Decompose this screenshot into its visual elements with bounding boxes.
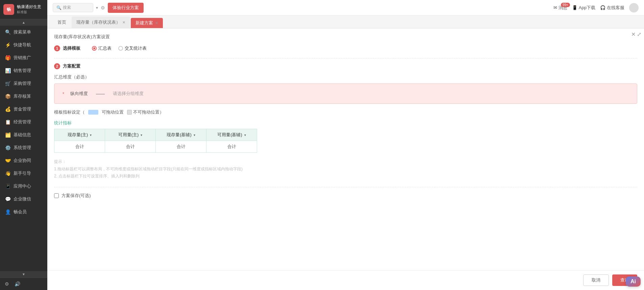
- ops-icon: 📋: [5, 119, 11, 125]
- topbar-settings-icon[interactable]: ⚙: [101, 5, 105, 10]
- sidebar-item-quicknav[interactable]: ⚡ 快捷导航: [0, 39, 47, 51]
- table-row: 合计 合计 合计 合计: [54, 141, 257, 153]
- trial-button[interactable]: 体验行业方案: [108, 3, 144, 13]
- indicator-row: 模板指标设定（ 可拖动位置 不可拖动位置）: [54, 109, 637, 115]
- section2-number: 2: [54, 63, 60, 69]
- sidebar-item-label: 经营管理: [14, 119, 31, 125]
- search-icon: 🔍: [5, 29, 11, 35]
- sidebar-item-appcenter[interactable]: 📱 应用中心: [0, 180, 47, 193]
- topbar-search-box[interactable]: 🔍 搜索: [53, 3, 93, 12]
- sidebar-item-info[interactable]: 🗂️ 基础信息: [0, 128, 47, 141]
- info-icon: 🗂️: [5, 132, 11, 138]
- sidebar-scroll-up[interactable]: ▲: [0, 19, 47, 26]
- user-avatar[interactable]: [629, 3, 639, 13]
- sidebar-item-member[interactable]: 👤 畅会员: [0, 206, 47, 218]
- expand-panel-icon[interactable]: ⤢: [637, 31, 641, 38]
- radio-summary[interactable]: 汇总表: [92, 45, 112, 51]
- sidebar-item-marketing[interactable]: 🎁 营销推广: [0, 51, 47, 64]
- wechat-icon: 💬: [5, 196, 11, 202]
- col-0-chevron-icon[interactable]: ▾: [90, 133, 92, 137]
- quicknav-icon: ⚡: [5, 42, 11, 48]
- indicator-fixed-box: [127, 110, 132, 115]
- online-service-label: 在线客服: [607, 5, 624, 11]
- sidebar-item-purchase[interactable]: 🛒 采购管理: [0, 77, 47, 90]
- tabbar: 首页 现存量（库存状况表） ✕ 新建方案 ✕: [47, 16, 644, 28]
- section2-label: 方案配置: [63, 63, 80, 69]
- sidebar-item-inventory[interactable]: 📦 库存核算: [0, 90, 47, 103]
- tab-new-plan[interactable]: 新建方案 ✕: [131, 18, 163, 28]
- app-download-button[interactable]: 📱 App下载: [572, 5, 595, 11]
- sidebar-item-label: 营销推广: [14, 55, 31, 61]
- sidebar-scroll-down[interactable]: ▼: [0, 271, 47, 277]
- sidebar-item-wechat[interactable]: 💬 企业微信: [0, 193, 47, 206]
- finance-icon: 💰: [5, 106, 11, 112]
- stats-cell-0: 合计: [54, 141, 105, 153]
- stats-cell-1: 合计: [105, 141, 156, 153]
- logo-name: 畅康通好生意: [17, 4, 41, 10]
- tips-section: 提示： 1.拖动标题栏可以调整布局，不可跨维度或指标区域拖动栏目字段(只能在同一…: [54, 158, 637, 180]
- sidebar-item-corp[interactable]: 🤝 企业协同: [0, 154, 47, 167]
- tab-inventory-label: 现存量（库存状况表）: [76, 19, 120, 25]
- section1-label: 选择模板: [63, 45, 80, 51]
- tab-home[interactable]: 首页: [53, 17, 71, 28]
- sidebar-item-sales[interactable]: 📊 销售管理: [0, 64, 47, 77]
- sidebar-item-finance[interactable]: 💰 资金管理: [0, 103, 47, 116]
- col-1-chevron-icon[interactable]: ▾: [141, 133, 142, 137]
- online-service-button[interactable]: 🎧 在线客服: [600, 5, 624, 11]
- sidebar-item-label: 畅会员: [14, 209, 27, 215]
- settings-bottom-icon[interactable]: ⚙: [5, 281, 9, 287]
- sidebar-item-ops[interactable]: 📋 经营管理: [0, 116, 47, 128]
- cancel-button[interactable]: 取消: [583, 274, 609, 286]
- headset-icon: 🎧: [600, 5, 605, 10]
- topbar-left: 🔍 搜索 ▾ ⚙ 体验行业方案: [53, 3, 549, 13]
- radio-cross-label: 交叉统计表: [125, 45, 147, 51]
- dim-placeholder[interactable]: 请选择分组维度: [113, 91, 144, 97]
- sidebar-item-newbie[interactable]: 👋 新手引导: [0, 167, 47, 180]
- save-checkbox[interactable]: [54, 193, 59, 198]
- sidebar-item-system[interactable]: ⚙️ 系统管理: [0, 141, 47, 154]
- purchase-icon: 🛒: [5, 81, 11, 86]
- summary-dim-label: 汇总维度（必选）: [54, 74, 637, 80]
- tips-title: 提示：: [54, 158, 637, 166]
- section1-header: 1 选择模板 汇总表 交叉统计表: [54, 45, 637, 51]
- tab-new-plan-label: 新建方案: [135, 20, 153, 26]
- tab-inventory-close-icon[interactable]: ✕: [122, 20, 125, 25]
- ai-float-button[interactable]: Ai: [626, 276, 641, 287]
- indicator-label-text: 模板指标设定（: [54, 109, 85, 115]
- stats-col-header-2[interactable]: 现存量(基辅) ▾: [156, 129, 206, 141]
- sidebar-nav: 🔍 搜索菜单 ⚡ 快捷导航 🎁 营销推广 📊 销售管理 🛒 采购管理 📦 库存核…: [0, 26, 47, 271]
- stats-table: 现存量(主) ▾ 可用量(主) ▾: [54, 129, 257, 153]
- system-icon: ⚙️: [5, 145, 11, 150]
- messages-button[interactable]: ✉ 消息 99+: [553, 5, 567, 11]
- save-checkbox-label: 方案保存(可选): [61, 193, 91, 199]
- radio-cross[interactable]: 交叉统计表: [118, 45, 147, 51]
- tab-inventory-status[interactable]: 现存量（库存状况表） ✕: [72, 17, 130, 28]
- dim-name-label: 纵向维度: [70, 91, 88, 97]
- sidebar-item-label: 快捷导航: [14, 42, 31, 48]
- sidebar-item-label: 搜索菜单: [14, 29, 31, 35]
- sidebar-item-label: 系统管理: [14, 145, 31, 151]
- content-controls: ✕ ⤢: [631, 31, 641, 38]
- col-2-label: 现存量(基辅): [167, 132, 192, 138]
- tab-new-plan-close-icon[interactable]: ✕: [155, 21, 158, 25]
- inventory-icon: 📦: [5, 94, 11, 99]
- stats-cell-3: 合计: [206, 141, 257, 153]
- stats-col-header-0[interactable]: 现存量(主) ▾: [54, 129, 105, 141]
- stats-col-header-1[interactable]: 可用量(主) ▾: [105, 129, 156, 141]
- audio-bottom-icon[interactable]: 🔊: [15, 281, 20, 287]
- search-icon: 🔍: [56, 5, 61, 10]
- required-star: *: [63, 91, 64, 96]
- template-options: 汇总表 交叉统计表: [92, 45, 147, 51]
- stats-col-header-3[interactable]: 可用量(基辅) ▾: [206, 129, 257, 141]
- col-2-chevron-icon[interactable]: ▾: [194, 133, 195, 137]
- sidebar-logo: 畅 畅康通好生意 标准版: [0, 0, 47, 19]
- col-3-chevron-icon[interactable]: ▾: [244, 133, 246, 137]
- topbar-right: ✉ 消息 99+ 📱 App下载 🎧 在线客服: [553, 3, 639, 13]
- radio-summary-label: 汇总表: [98, 45, 112, 51]
- dim-dash: ——: [96, 91, 105, 96]
- content-area: ✕ ⤢ 现存量(库存状况表)方案设置 1 选择模板 汇总表 交叉统计表: [47, 28, 644, 270]
- close-panel-icon[interactable]: ✕: [631, 31, 636, 38]
- sidebar-item-search[interactable]: 🔍 搜索菜单: [0, 26, 47, 39]
- topbar-dropdown-icon[interactable]: ▾: [96, 5, 98, 10]
- indicator-movable-box: [88, 110, 98, 115]
